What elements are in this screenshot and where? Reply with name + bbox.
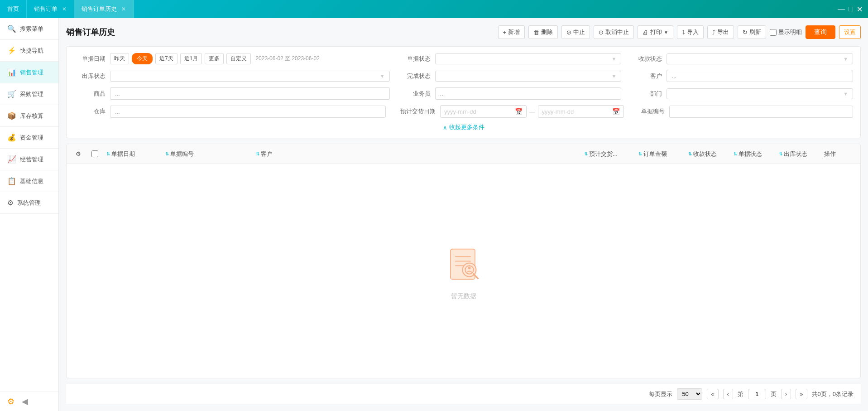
page-size-select[interactable]: 50 10 20 100 — [677, 388, 702, 400]
sidebar-item-quick-nav[interactable]: ⚡ 快捷导航 — [0, 40, 58, 62]
search-menu-icon: 🔍 — [7, 24, 16, 33]
sidebar-item-inventory-check[interactable]: 📦 库存核算 — [0, 105, 58, 127]
complete-select[interactable]: ▼ — [435, 71, 622, 82]
tab-sales-order-label: 销售订单 — [34, 5, 58, 13]
th-pay-status[interactable]: ⇅ 收款状态 — [685, 150, 730, 158]
calendar-from-icon[interactable]: 📅 — [515, 108, 523, 115]
th-num-label: 单据编号 — [170, 150, 194, 158]
print-icon: 🖨 — [643, 29, 648, 36]
delivery-date-control: yyyy-mm-dd 📅 — yyyy-mm-dd 📅 — [440, 105, 624, 118]
sidebar-item-quick-nav-label: 快捷导航 — [20, 47, 43, 55]
tab-sales-order-history-close[interactable]: ✕ — [121, 6, 126, 12]
tab-sales-order-history[interactable]: 销售订单历史 ✕ — [74, 0, 134, 18]
stop-icon: ⊘ — [566, 29, 571, 36]
sales-select-btn[interactable]: ... — [435, 87, 622, 100]
first-page-btn[interactable]: « — [707, 389, 718, 399]
minimize-btn[interactable]: — — [838, 5, 845, 13]
date-btn-7days[interactable]: 近7天 — [155, 53, 177, 64]
sidebar-item-basic-info[interactable]: 📋 基础信息 — [0, 170, 58, 192]
show-detail-checkbox[interactable] — [770, 29, 777, 36]
show-detail-checkbox-label[interactable]: 显示明细 — [770, 28, 802, 36]
pay-status-select-arrow: ▼ — [843, 56, 848, 62]
pay-status-select[interactable]: ▼ — [667, 53, 853, 64]
export-icon: ⤴ — [712, 29, 715, 36]
new-button[interactable]: + 新增 — [498, 25, 525, 39]
sidebar-item-operations-mgmt-label: 经营管理 — [20, 155, 43, 164]
sort-order-status-icon: ⇅ — [734, 151, 737, 156]
th-out-status[interactable]: ⇅ 出库状态 — [775, 150, 820, 158]
sidebar-item-system-mgmt[interactable]: ⚙ 系统管理 — [0, 192, 58, 214]
out-status-select[interactable]: ▼ — [110, 71, 390, 82]
date-btn-1month[interactable]: 近1月 — [180, 53, 202, 64]
select-all-checkbox[interactable] — [91, 150, 98, 157]
page-header: 销售订单历史 + 新增 🗑 删除 ⊘ 中止 ⊙ 取消中止 — [66, 25, 861, 39]
export-label: 导出 — [717, 28, 729, 36]
customer-label: 客户 — [630, 72, 667, 80]
collapse-row[interactable]: ∧ 收起更多条件 — [74, 123, 853, 131]
th-num[interactable]: ⇅ 单据编号 — [162, 150, 252, 158]
tab-sales-order[interactable]: 销售订单 ✕ — [27, 0, 74, 18]
tab-sales-order-close[interactable]: ✕ — [62, 6, 67, 12]
sidebar-item-search-menu[interactable]: 🔍 搜索菜单 — [0, 18, 58, 40]
product-select-btn[interactable]: ... — [110, 87, 390, 100]
sidebar-item-sales-mgmt-label: 销售管理 — [20, 68, 43, 77]
show-detail-label: 显示明细 — [778, 28, 802, 36]
refresh-icon: ↻ — [743, 29, 748, 36]
sidebar-settings-icon[interactable]: ⚙ — [7, 396, 14, 406]
empty-text: 暂无数据 — [451, 292, 476, 300]
order-num-input[interactable] — [669, 106, 853, 118]
purchase-mgmt-icon: 🛒 — [7, 90, 16, 98]
print-button[interactable]: 🖨 打印 ▼ — [638, 25, 673, 39]
tab-list: 首页 销售订单 ✕ 销售订单历史 ✕ — [0, 0, 832, 18]
page-number-input[interactable] — [748, 389, 766, 399]
th-amount-label: 订单金额 — [643, 150, 667, 158]
calendar-to-icon[interactable]: 📅 — [612, 108, 620, 115]
warehouse-select-btn[interactable]: ... — [110, 106, 386, 118]
cancel-stop-button[interactable]: ⊙ 取消中止 — [594, 25, 634, 39]
th-order-status[interactable]: ⇅ 单据状态 — [730, 150, 775, 158]
gear-icon[interactable]: ⚙ — [76, 150, 81, 157]
export-button[interactable]: ⤴ 导出 — [707, 25, 734, 39]
th-customer[interactable]: ⇅ 客户 — [252, 150, 580, 158]
th-gear[interactable]: ⚙ — [70, 150, 86, 157]
delete-button[interactable]: 🗑 删除 — [528, 25, 558, 39]
sort-pay-status-icon: ⇅ — [688, 151, 692, 156]
customer-select-btn[interactable]: ... — [667, 70, 853, 82]
date-btn-today[interactable]: 今天 — [132, 53, 153, 64]
sidebar-item-purchase-mgmt[interactable]: 🛒 采购管理 — [0, 83, 58, 105]
th-delivery[interactable]: ⇅ 预计交货... — [580, 150, 635, 158]
sidebar-item-finance-mgmt[interactable]: 💰 资金管理 — [0, 127, 58, 149]
page-size-label: 每页显示 — [649, 390, 672, 398]
query-button[interactable]: 查询 — [806, 25, 835, 39]
prev-page-btn[interactable]: ‹ — [723, 389, 733, 399]
sidebar-item-sales-mgmt[interactable]: 📊 销售管理 — [0, 62, 58, 83]
sidebar-collapse-icon[interactable]: ◀ — [22, 396, 28, 406]
delivery-date-to[interactable]: yyyy-mm-dd 📅 — [538, 105, 624, 118]
sidebar: 🔍 搜索菜单 ⚡ 快捷导航 📊 销售管理 🛒 采购管理 📦 库存核算 💰 资金管… — [0, 18, 59, 411]
sidebar-item-operations-mgmt[interactable]: 📈 经营管理 — [0, 149, 58, 170]
new-label: 新增 — [508, 28, 520, 36]
th-date[interactable]: ⇅ 单据日期 — [103, 150, 162, 158]
refresh-button[interactable]: ↻ 刷新 — [738, 25, 766, 39]
th-amount[interactable]: ⇅ 订单金额 — [635, 150, 685, 158]
maximize-btn[interactable]: □ — [849, 5, 853, 13]
date-separator: — — [529, 108, 535, 115]
table-header: ⚙ ⇅ 单据日期 ⇅ 单据编号 ⇅ 客户 ⇅ — [67, 144, 860, 164]
stop-button[interactable]: ⊘ 中止 — [561, 25, 590, 39]
page-label: 第 — [738, 390, 743, 398]
import-button[interactable]: ⤵ 导入 — [677, 25, 704, 39]
close-window-btn[interactable]: ✕ — [857, 5, 863, 14]
status-select[interactable]: ▼ — [435, 53, 622, 64]
customer-control: ... — [667, 70, 853, 82]
last-page-btn[interactable]: » — [796, 389, 807, 399]
date-btn-more[interactable]: 更多 — [205, 53, 224, 64]
pay-status-control: ▼ — [667, 53, 853, 64]
date-btn-yesterday[interactable]: 昨天 — [110, 53, 129, 64]
delivery-date-from[interactable]: yyyy-mm-dd 📅 — [440, 105, 527, 118]
date-btn-custom[interactable]: 自定义 — [226, 53, 251, 64]
tab-home[interactable]: 首页 — [0, 0, 27, 18]
import-icon: ⤵ — [682, 29, 685, 36]
settings-button[interactable]: 设置 — [839, 25, 861, 39]
dept-select[interactable]: ▼ — [667, 88, 853, 99]
next-page-btn[interactable]: › — [781, 389, 791, 399]
